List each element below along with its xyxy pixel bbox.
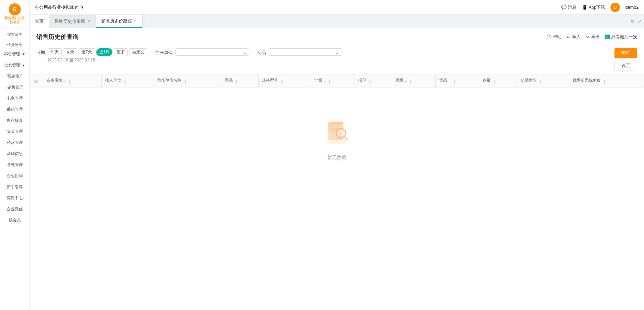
tabs-actions: ✕ ⤢ — [630, 18, 644, 24]
sidebar-logo: 6 畅捷通好生意 标准版 — [0, 0, 29, 28]
sidebar-item-newbie[interactable]: 新手引导 — [0, 182, 29, 193]
goods-filter-label: 商品 — [257, 48, 266, 56]
sidebar-item-inventory[interactable]: 库存核算 — [0, 115, 29, 126]
sidebar-item-base[interactable]: 基础信息 — [0, 148, 29, 159]
partner-filter-label: 往来单位 — [155, 48, 173, 56]
close-tab-icon[interactable]: ✕ — [630, 18, 634, 24]
table-wrapper: ⚙ 业务发生... ▲▼ 往来单位 ▲▼ 往来单位名称 ▲▼ — [30, 75, 644, 188]
sort-arrows-partner-name: ▲▼ — [184, 80, 187, 85]
col-biz-date[interactable]: 业务发生... ▲▼ — [43, 75, 102, 88]
sidebar-item-sales[interactable]: 销售管理 — [0, 82, 29, 93]
settings-column-icon[interactable]: ⚙ — [34, 79, 38, 84]
sidebar-item-purchase[interactable]: 采购管理 — [0, 104, 29, 115]
date-filter-label: 日期 — [36, 48, 45, 56]
export-action[interactable]: ↪ 导出 — [586, 34, 600, 40]
col-settings[interactable]: ⚙ — [30, 75, 43, 88]
only-last-filter[interactable]: 只看最后一次 — [605, 34, 637, 40]
col-partner-code[interactable]: 往来单位 ▲▼ — [102, 75, 154, 88]
export-label: 导出 — [591, 34, 600, 40]
svg-line-8 — [344, 137, 347, 140]
message-action[interactable]: 💬 消息 — [561, 4, 577, 10]
col-discount2[interactable]: 优惠... ▲▼ — [436, 75, 479, 88]
empty-icon — [320, 115, 354, 149]
partner-filter-input[interactable]: ... — [175, 48, 249, 56]
date-filter-controls: 昨天 今天 近7天 近1月 更多 自定义 2023-02-18 至 2023-0… — [48, 48, 147, 63]
app-download-action[interactable]: 📱 App下载 — [582, 4, 605, 10]
user-avatar[interactable]: D — [610, 3, 620, 12]
col-quoted-price[interactable]: 报价 ▲▼ — [355, 75, 392, 88]
date-filter-group: 日期 昨天 今天 近7天 近1月 更多 自定义 2023-02-18 至 202… — [36, 48, 147, 63]
sidebar-item-finance[interactable]: 资金管理 — [0, 126, 29, 137]
sidebar-item-member[interactable]: 畅会员 — [0, 215, 29, 226]
empty-text: 暂无数据 — [327, 155, 346, 161]
goods-filter-input[interactable]: ... — [269, 48, 342, 56]
sidebar-item-wholesale[interactable]: 批发管理 ▲ — [0, 60, 29, 71]
date-btn-last1month[interactable]: 近1月 — [96, 48, 113, 56]
sort-arrows-price-no-tax: ▲▼ — [603, 80, 606, 85]
sidebar-item-ecommerce[interactable]: 电商管理 — [0, 93, 29, 104]
sidebar-item-enterprise[interactable]: 企业协同 — [0, 170, 29, 182]
col-unit[interactable]: 计量... ▲▼ — [311, 75, 355, 88]
svg-rect-3 — [329, 125, 339, 126]
goods-filter-group: 商品 ... — [257, 48, 342, 56]
date-buttons: 昨天 今天 近7天 近1月 更多 自定义 — [48, 48, 147, 56]
tab-purchase-history[interactable]: 采购历史价跟踪 ✕ — [49, 15, 96, 28]
date-btn-today[interactable]: 今天 — [63, 48, 77, 56]
username: demo2 — [625, 5, 639, 10]
svg-rect-4 — [329, 128, 338, 129]
col-discount1[interactable]: 优惠... ▲▼ — [392, 75, 436, 88]
page-title: 销售历史价查询 — [36, 33, 78, 41]
table-header-row: ⚙ 业务发生... ▲▼ 往来单位 ▲▼ 往来单位名称 ▲▼ — [30, 75, 644, 88]
settings-button[interactable]: 设置 — [614, 61, 637, 70]
expand-tab-icon[interactable]: ⤢ — [637, 18, 641, 24]
tabs-bar: 首页 采购历史价跟踪 ✕ 销售历史价跟踪 ✕ ✕ ⤢ — [30, 15, 644, 28]
query-button[interactable]: 查询 — [614, 48, 637, 58]
sort-arrows-qty: ▲▼ — [493, 80, 496, 85]
sort-arrows-biz-date: ▲▼ — [68, 80, 71, 85]
sidebar-item-appstore[interactable]: 应用中心 — [0, 193, 29, 204]
empty-state: 暂无数据 — [30, 88, 644, 188]
svg-rect-2 — [329, 123, 342, 124]
page-header-row: 销售历史价查询 ? 帮助 ↩ 导入 ↪ 导出 只看最后一次 — [30, 28, 644, 44]
logo-char: 6 — [13, 6, 16, 13]
content-area: 销售历史价查询 ? 帮助 ↩ 导入 ↪ 导出 只看最后一次 — [30, 28, 644, 310]
tab-purchase-history-close[interactable]: ✕ — [87, 19, 90, 23]
sidebar-item-retail[interactable]: 零售管理 ▼ — [0, 49, 29, 60]
tab-sales-history-close[interactable]: ✕ — [134, 19, 137, 23]
date-btn-last7[interactable]: 近7天 — [78, 48, 95, 56]
message-icon: 💬 — [561, 5, 567, 10]
quick-nav-label[interactable]: 快捷导航 — [0, 41, 29, 49]
sidebar: 6 畅捷通好生意 标准版 搜索菜单 快捷导航 零售管理 ▼ 批发管理 ▲ 营销推… — [0, 0, 30, 310]
sidebar-item-marketing[interactable]: 营销推广 — [0, 71, 29, 82]
date-btn-more[interactable]: 更多 — [114, 48, 128, 56]
search-menu-item[interactable]: 搜索菜单 — [0, 28, 29, 41]
tab-home-label: 首页 — [35, 18, 44, 24]
sidebar-item-wechat[interactable]: 企业微信 — [0, 204, 29, 215]
help-action[interactable]: ? 帮助 — [547, 34, 561, 40]
tab-sales-history[interactable]: 销售历史价跟踪 ✕ — [96, 15, 143, 28]
tab-home[interactable]: 首页 — [30, 15, 49, 28]
topbar-dropdown-icon[interactable]: ▾ — [81, 5, 84, 10]
message-label: 消息 — [568, 4, 577, 10]
date-btn-yesterday[interactable]: 昨天 — [48, 48, 62, 56]
logo-text: 畅捷通好生意 标准版 — [5, 16, 25, 24]
col-trade-type[interactable]: 交易类型 ▲▼ — [517, 75, 569, 88]
col-goods[interactable]: 商品 ▲▼ — [221, 75, 259, 88]
export-icon: ↪ — [586, 35, 590, 40]
import-label: 导入 — [572, 34, 581, 40]
col-partner-name[interactable]: 往来单位名称 ▲▼ — [154, 75, 221, 88]
sidebar-item-operation[interactable]: 经营管理 — [0, 137, 29, 148]
sort-arrows-discount1: ▲▼ — [410, 80, 412, 85]
only-last-checkbox[interactable] — [605, 35, 610, 39]
app-download-label: App下载 — [589, 4, 605, 10]
tab-sales-history-label: 销售历史价跟踪 — [101, 18, 132, 24]
import-action[interactable]: ↩ 导入 — [567, 34, 581, 40]
col-spec[interactable]: 规格型号 ▲▼ — [259, 75, 311, 88]
date-btn-custom[interactable]: 自定义 — [129, 48, 147, 56]
sidebar-item-system[interactable]: 系统管理 — [0, 159, 29, 170]
empty-svg — [320, 115, 354, 148]
search-menu-label[interactable]: 搜索菜单 — [2, 31, 27, 38]
main-area: 办公用品行业模拟账套 ▾ 💬 消息 📱 App下载 D demo2 首页 采购历… — [30, 0, 644, 310]
col-qty[interactable]: 数量 ▲▼ — [479, 75, 517, 88]
col-price-no-tax[interactable]: 优惠前无税单价 ▲▼ — [569, 75, 644, 88]
